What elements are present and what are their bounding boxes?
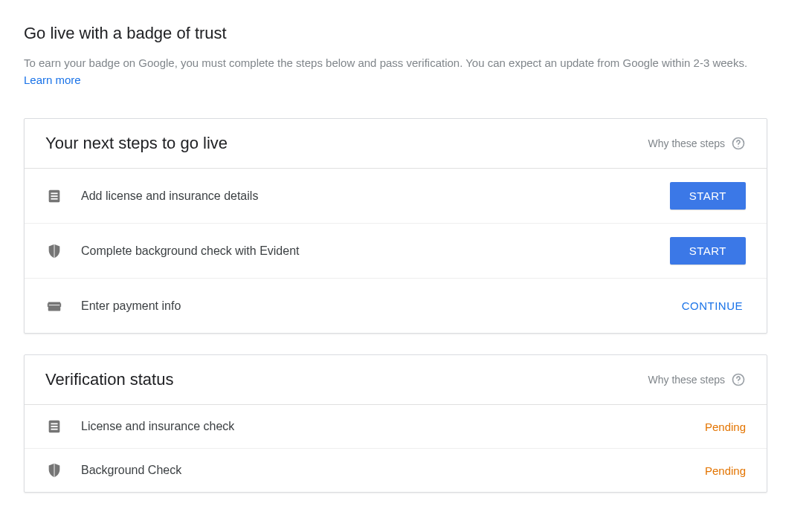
page-description: To earn your badge on Google, you must c…: [24, 55, 767, 88]
why-steps-hint[interactable]: Why these steps: [648, 136, 747, 151]
credit-card-icon: [45, 298, 63, 314]
verification-row-background: Background Check Pending: [25, 449, 767, 492]
shield-icon: [45, 243, 63, 259]
verification-title: Verification status: [45, 370, 173, 389]
svg-point-1: [738, 146, 738, 147]
why-steps-hint[interactable]: Why these steps: [648, 372, 747, 387]
svg-rect-5: [51, 198, 57, 199]
page-title: Go live with a badge of trust: [24, 24, 767, 43]
shield-icon: [45, 462, 63, 479]
svg-rect-12: [51, 426, 57, 427]
verification-header: Verification status Why these steps: [25, 355, 767, 405]
svg-rect-4: [51, 195, 57, 197]
step-label: Enter payment info: [81, 299, 661, 313]
why-steps-label: Why these steps: [648, 137, 726, 149]
status-badge: Pending: [705, 421, 746, 433]
svg-rect-11: [51, 423, 57, 424]
svg-rect-7: [48, 304, 61, 306]
next-steps-title: Your next steps to go live: [45, 134, 228, 153]
verification-label: Background Check: [81, 464, 687, 477]
document-icon: [45, 418, 63, 435]
verification-label: License and insurance check: [81, 420, 687, 433]
svg-rect-13: [51, 429, 57, 430]
step-row-background: Complete background check with Evident S…: [25, 224, 767, 279]
help-icon: [731, 372, 746, 387]
learn-more-link[interactable]: Learn more: [24, 74, 81, 86]
next-steps-card: Your next steps to go live Why these ste…: [24, 118, 767, 334]
next-steps-header: Your next steps to go live Why these ste…: [25, 119, 767, 169]
step-row-payment: Enter payment info CONTINUE: [25, 279, 767, 333]
document-icon: [45, 188, 63, 204]
page-description-text: To earn your badge on Google, you must c…: [24, 56, 747, 69]
step-row-license: Add license and insurance details START: [25, 169, 767, 224]
step-label: Complete background check with Evident: [81, 244, 652, 258]
start-background-button[interactable]: START: [670, 237, 746, 265]
help-icon: [731, 136, 746, 151]
step-label: Add license and insurance details: [81, 189, 652, 203]
verification-card: Verification status Why these steps Lice…: [24, 354, 767, 493]
start-license-button[interactable]: START: [670, 182, 746, 210]
continue-payment-button[interactable]: CONTINUE: [679, 292, 746, 319]
why-steps-label: Why these steps: [648, 374, 726, 386]
svg-point-9: [738, 383, 738, 383]
status-badge: Pending: [705, 464, 746, 477]
verification-row-license: License and insurance check Pending: [25, 405, 767, 449]
svg-rect-3: [51, 192, 57, 194]
